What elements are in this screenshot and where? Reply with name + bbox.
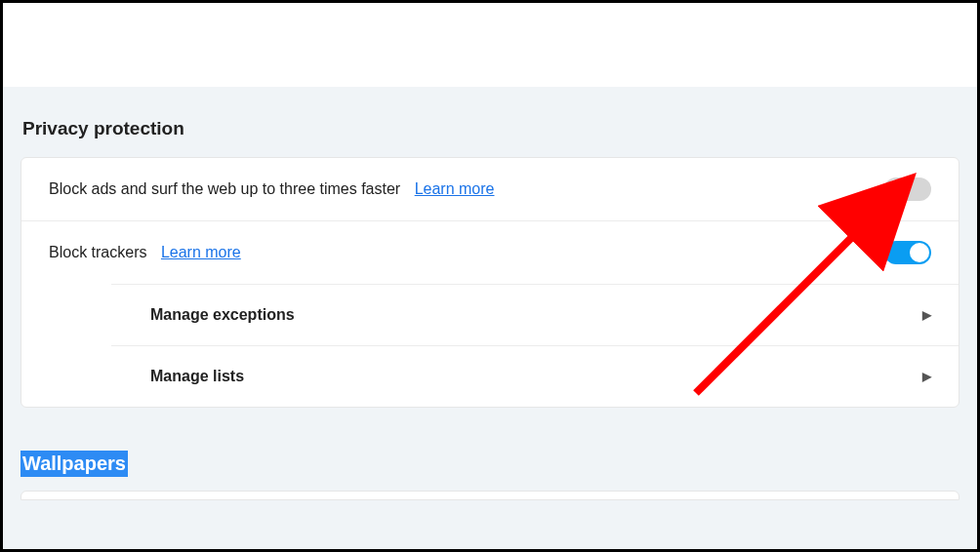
manage-exceptions-row[interactable]: Manage exceptions ▶	[111, 284, 959, 345]
wallpapers-card-partial	[20, 491, 960, 500]
manage-exceptions-label: Manage exceptions	[150, 306, 922, 324]
block-ads-toggle[interactable]	[884, 177, 931, 201]
toggle-knob	[910, 243, 929, 262]
block-ads-learn-more-link[interactable]: Learn more	[415, 180, 495, 197]
top-blank-area	[3, 3, 977, 87]
manage-lists-label: Manage lists	[150, 368, 922, 385]
toggle-knob	[886, 179, 906, 199]
privacy-protection-heading: Privacy protection	[20, 87, 960, 157]
block-trackers-row: Block trackers Learn more	[21, 220, 959, 284]
tracker-subrows: Manage exceptions ▶ Manage lists ▶	[21, 284, 959, 407]
privacy-card: Block ads and surf the web up to three t…	[20, 157, 960, 408]
settings-panel: Privacy protection Block ads and surf th…	[3, 87, 977, 549]
chevron-right-icon: ▶	[922, 308, 931, 322]
wallpapers-heading: Wallpapers	[20, 451, 128, 477]
block-ads-text: Block ads and surf the web up to three t…	[49, 180, 884, 198]
block-trackers-label: Block trackers	[49, 244, 146, 260]
block-ads-label: Block ads and surf the web up to three t…	[49, 180, 400, 197]
block-trackers-learn-more-link[interactable]: Learn more	[161, 244, 241, 260]
chevron-right-icon: ▶	[922, 370, 931, 383]
block-trackers-toggle[interactable]	[884, 241, 931, 264]
wallpapers-section: Wallpapers	[20, 451, 960, 500]
block-trackers-text: Block trackers Learn more	[49, 244, 884, 261]
block-ads-row: Block ads and surf the web up to three t…	[21, 158, 959, 220]
manage-lists-row[interactable]: Manage lists ▶	[111, 345, 959, 407]
